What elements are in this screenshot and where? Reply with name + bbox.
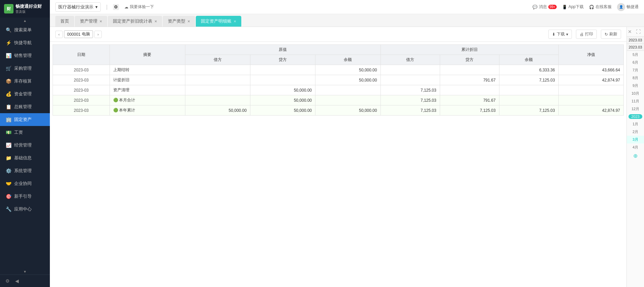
cell-orig-balance <box>315 95 380 105</box>
sidebar-scroll-up[interactable]: ▲ <box>0 18 50 24</box>
sidebar-item-purchase[interactable]: 🛒 采购管理 <box>0 62 50 75</box>
timeline-month-7[interactable]: 7月 <box>627 66 644 74</box>
sidebar-item-ledger[interactable]: 📋 总账管理 <box>0 100 50 113</box>
sidebar-item-payroll[interactable]: 💵 工资 <box>0 126 50 139</box>
timeline-month-3[interactable]: 3月 <box>627 136 644 144</box>
sidebar-item-sales[interactable]: 📊 销售管理 <box>0 49 50 62</box>
sidebar-item-search[interactable]: 🔍 搜索菜单 <box>0 24 50 36</box>
timeline-month-11[interactable]: 11月 <box>627 97 644 105</box>
payroll-icon: 💵 <box>5 129 11 135</box>
top-header: 医疗器械行业演示 ▾ | ⚙ ☁ 我要体验一下 💬 消息 99+ 📱 App下载… <box>50 0 644 14</box>
asset-name: 电脑 <box>82 31 90 37</box>
sidebar-item-funds[interactable]: 💰 资金管理 <box>0 88 50 100</box>
settings-icon[interactable]: ⚙ <box>5 278 10 284</box>
tab-asset-mgmt-close[interactable]: ✕ <box>99 20 102 23</box>
sidebar-item-quicknav[interactable]: ⚡ 快捷导航 <box>0 36 50 49</box>
right-timeline: ✕ ⛶ 2023.03 2023.03 5月 6月 7月 8月 9月 10月 1… <box>626 27 644 287</box>
timeline-month-5[interactable]: 5月 <box>627 51 644 59</box>
sidebar-item-appcenter[interactable]: 🔧 应用中心 <box>0 203 50 216</box>
search-icon: 🔍 <box>5 27 11 33</box>
tab-home-label: 首页 <box>60 18 69 24</box>
cell-net-value: 43,666.64 <box>558 65 623 75</box>
sidebar-item-sysmanage[interactable]: ⚙️ 系统管理 <box>0 164 50 177</box>
collapse-icon[interactable]: ◀ <box>15 278 19 284</box>
messages-button[interactable]: 💬 消息 99+ <box>532 4 557 10</box>
download-btn-label: 下载 <box>557 31 565 37</box>
cell-net-value <box>558 85 623 95</box>
timeline-month-4[interactable]: 4月 <box>627 144 644 151</box>
refresh-button[interactable]: ↻ 刷新 <box>601 30 621 39</box>
timeline-month-9[interactable]: 9月 <box>627 82 644 90</box>
online-service-button[interactable]: 🎧 在线客服 <box>589 4 612 10</box>
sidebar-item-basicinfo[interactable]: 📁 基础信息 <box>0 152 50 164</box>
cell-summary: 计提折旧 <box>110 75 185 85</box>
timeline-month-8[interactable]: 8月 <box>627 74 644 82</box>
sidebar-item-fixedasset[interactable]: 🏢 固定资产 <box>0 113 50 126</box>
cell-orig-debit <box>185 95 250 105</box>
user-menu[interactable]: 👤 畅捷通 <box>617 3 639 11</box>
sidebar-nav: 🔍 搜索菜单 ⚡ 快捷导航 📊 销售管理 🛒 采购管理 📦 库存核算 💰 资金管… <box>0 24 50 268</box>
asset-code: 000001 <box>67 32 81 37</box>
tab-bar: 首页 资产管理 ✕ 固定资产折旧统计表 ✕ 资产类型 ✕ 固定资产明细账 ✕ <box>50 14 644 27</box>
content-main: ‹ 000001 电脑 › ⬇ 下载 ▾ 🖨 打印 <box>50 27 626 287</box>
th-summary: 摘要 <box>110 45 185 65</box>
cell-summary: 🟢本月合计 <box>110 95 185 105</box>
tab-asset-detail[interactable]: 固定资产明细账 ✕ <box>196 16 241 27</box>
th-date: 日期 <box>53 45 110 65</box>
sidebar-scroll-down[interactable]: ▼ <box>0 268 50 275</box>
cell-orig-debit: 50,000.00 <box>185 105 250 116</box>
tab-home[interactable]: 首页 <box>55 16 74 27</box>
tab-asset-mgmt[interactable]: 资产管理 ✕ <box>75 16 107 27</box>
print-label: 打印 <box>585 31 593 37</box>
sidebar-item-bizmanage[interactable]: 📈 经营管理 <box>0 139 50 152</box>
timeline-maximize-button[interactable]: ⛶ <box>634 28 643 35</box>
prev-asset-button[interactable]: ‹ <box>55 31 63 38</box>
cell-orig-balance: 50,000.00 <box>315 75 380 85</box>
service-icon: 🎧 <box>589 5 594 9</box>
table-row: 2023-03 🟢本年累计 50,000.00 50,000.00 50,000… <box>53 105 624 116</box>
settings-gear-icon[interactable]: ⚙ <box>113 4 119 10</box>
timeline-close-button[interactable]: ✕ <box>626 28 634 35</box>
tab-asset-type-close[interactable]: ✕ <box>187 20 190 23</box>
th-accum-credit: 贷方 <box>440 55 499 65</box>
sidebar-item-label: 快捷导航 <box>14 40 32 46</box>
cell-orig-credit: 50,000.00 <box>250 95 315 105</box>
app-logo: 财 畅捷通好业财 普及版 <box>0 0 50 18</box>
download-button[interactable]: ⬇ 下载 ▾ <box>548 30 572 39</box>
timeline-month-6[interactable]: 6月 <box>627 59 644 66</box>
app-download-button[interactable]: 📱 App下载 <box>562 4 584 10</box>
cell-accum-credit <box>440 65 499 75</box>
timeline-year-2023[interactable]: 2023 <box>628 114 642 119</box>
tab-depreciation-stat[interactable]: 固定资产折旧统计表 ✕ <box>108 16 162 27</box>
timeline-month-10[interactable]: 10月 <box>627 90 644 97</box>
sidebar-item-guide[interactable]: 🎯 新手引导 <box>0 190 50 203</box>
timeline-month-12[interactable]: 12月 <box>627 105 644 113</box>
tab-depreciation-stat-close[interactable]: ✕ <box>154 20 157 23</box>
message-icon: 💬 <box>532 5 538 9</box>
next-asset-button[interactable]: › <box>94 31 102 38</box>
cell-orig-credit <box>250 75 315 85</box>
experience-button[interactable]: ☁ 我要体验一下 <box>124 4 154 10</box>
tab-asset-detail-close[interactable]: ✕ <box>234 20 236 23</box>
asset-detail-table: 日期 摘要 原值 累计折旧 净值 借方 贷方 余额 借方 贷方 余额 <box>53 44 624 116</box>
bizmanage-icon: 📈 <box>5 142 11 148</box>
tab-asset-mgmt-label: 资产管理 <box>80 18 97 24</box>
timeline-month-1[interactable]: 1月 <box>627 120 644 128</box>
tab-asset-type[interactable]: 资产类型 ✕ <box>163 16 195 27</box>
sidebar-item-inventory[interactable]: 📦 库存核算 <box>0 75 50 88</box>
timeline-down-arrow: ⊕ <box>633 153 638 159</box>
main-area: 医疗器械行业演示 ▾ | ⚙ ☁ 我要体验一下 💬 消息 99+ 📱 App下载… <box>50 0 644 287</box>
th-orig-balance: 余额 <box>315 55 380 65</box>
appcenter-icon: 🔧 <box>5 206 11 212</box>
sidebar-item-label: 基础信息 <box>14 155 32 161</box>
cell-orig-debit <box>185 75 250 85</box>
timeline-month-2[interactable]: 2月 <box>627 128 644 136</box>
company-selector[interactable]: 医疗器械行业演示 ▾ <box>55 2 101 12</box>
print-button[interactable]: 🖨 打印 <box>576 30 597 39</box>
cell-summary: 资产清理 <box>110 85 185 95</box>
sidebar-item-bizcolab[interactable]: 🤝 企业协同 <box>0 177 50 190</box>
sidebar-item-label: 系统管理 <box>14 168 32 174</box>
cell-orig-credit: 50,000.00 <box>250 105 315 116</box>
basicinfo-icon: 📁 <box>5 155 11 161</box>
sidebar-item-label: 固定资产 <box>14 117 32 123</box>
